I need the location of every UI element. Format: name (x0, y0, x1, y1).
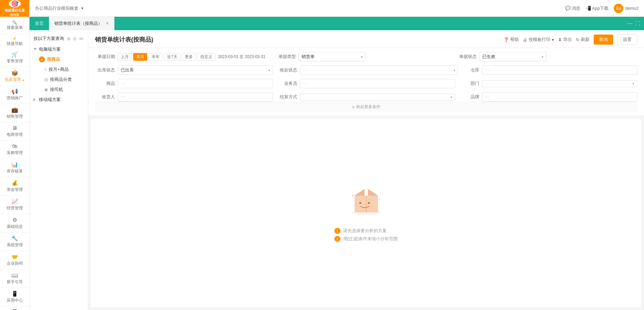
doc-status-select[interactable]: 已生效 ▾ (479, 52, 546, 61)
avatar-text: Ea (616, 6, 621, 11)
consignee-input[interactable]: ··· (118, 92, 273, 102)
refresh-icon: ↻ (576, 37, 580, 42)
sidebar-item-collab[interactable]: 🤝 企业协同 (0, 251, 29, 269)
tab-stats[interactable]: 销货单统计表（按商品） ✕ (49, 17, 114, 30)
tree-item-by-month-goods[interactable]: ≡ 按月+商品 (30, 64, 88, 74)
edit-scheme-icon[interactable]: ⊘ (73, 36, 77, 41)
tab-home-label: 首页 (35, 20, 44, 27)
management-icon: 📈 (1, 198, 28, 205)
sidebar-item-appstore[interactable]: 📱 应用中心 (0, 288, 29, 306)
message-btn[interactable]: 💬 消息 (565, 5, 581, 11)
sidebar-item-guide[interactable]: 📖 新手引导 (0, 269, 29, 288)
refresh-btn[interactable]: ↻ 刷新 (576, 37, 590, 43)
filter-row-2: 出库状态 已出库 ▾ 收款状态 ··· ▾ 仓库 (95, 65, 637, 75)
tree-label: 按商品分类 (50, 76, 72, 83)
date-btn-custom[interactable]: 自定义 (197, 53, 215, 61)
doc-type-chevron: ▾ (361, 55, 363, 59)
sidebar-item-wholesale[interactable]: 📦 批发管理 ▲ (0, 67, 29, 86)
logo-text: 畅捷通好生意 (5, 8, 25, 13)
salesperson-input[interactable]: ··· (300, 79, 455, 88)
sidebar-item-marketing[interactable]: 📢 营销推广 (0, 86, 29, 104)
tree-label: 按月+商品 (49, 66, 69, 72)
goods-input[interactable]: ··· (118, 79, 273, 88)
collapse-bar[interactable]: ∧ 收起更多条件 (95, 102, 637, 112)
date-btn-thisyear[interactable]: 本年 (149, 53, 163, 61)
quick-nav[interactable]: ⚡ 快捷导航 (0, 34, 29, 49)
help-btn[interactable]: ❓ 帮助 (503, 37, 519, 43)
query-btn[interactable]: 查询 (594, 35, 613, 45)
sidebar-item-finance[interactable]: 💰 资金管理 (0, 177, 29, 196)
add-scheme-icon[interactable]: ⊕ (67, 36, 71, 41)
date-btn-lastmonth[interactable]: 上月 (118, 53, 132, 61)
tip-num-2: 2 (334, 236, 340, 242)
tree-item-pc[interactable]: 电脑端方案 (30, 44, 88, 54)
active-dot: ● (39, 56, 45, 62)
out-status-label: 出库状态 (95, 67, 115, 73)
dropdown-icon[interactable]: ▾ (81, 6, 84, 11)
consignee-label: 收货人 (95, 94, 115, 100)
app-download-btn[interactable]: 📲 App下载 (586, 5, 608, 11)
sidebar-item-wechat[interactable]: 💬 企业微信 (0, 306, 29, 310)
empty-illustration: ✦ ✦ (346, 182, 386, 222)
date-btn-thismonth[interactable]: 本月 (133, 53, 147, 61)
svg-text:✦: ✦ (378, 198, 381, 201)
tab-close-icon[interactable]: ✕ (106, 21, 109, 26)
date-btn-more[interactable]: 更多 (182, 53, 196, 61)
tab-home[interactable]: 首页 (30, 17, 49, 30)
warehouse-input[interactable]: ··· (482, 65, 637, 75)
tree-item-by-driver[interactable]: ▣ 按司机 (30, 85, 88, 95)
logo-icon: 🎯 (9, 0, 21, 7)
empty-state: ✦ ✦ 1 请先选择要分析的方案 2 用[过滤]条件来缩小分析范围 (91, 119, 641, 307)
sidebar-item-label: 系统管理 (7, 243, 23, 247)
message-icon: 💬 (565, 6, 571, 11)
receipt-status-input[interactable]: ··· (300, 65, 458, 75)
quick-nav-label: 快捷导航 (1, 41, 28, 47)
marketing-icon: 📢 (1, 88, 28, 95)
sidebar-item-system[interactable]: 🔧 系统管理 (0, 232, 29, 251)
sidebar-item-retail[interactable]: 🛒 零售管理 (0, 49, 29, 67)
sidebar-item-purchase[interactable]: 🛍 采购管理 (0, 141, 29, 159)
sidebar-item-inventory[interactable]: 📊 库存核算 (0, 159, 29, 177)
print-dropdown-icon: ▾ (552, 37, 554, 42)
payment-select[interactable]: ▾ (300, 94, 455, 101)
collab-icon: 🤝 (1, 254, 28, 260)
tip-item-2: 2 用[过滤]条件来缩小分析范围 (334, 236, 398, 242)
top-header: 办公用品行业模拟账套 ▾ 💬 消息 📲 App下载 Ea demo2 (30, 0, 644, 17)
doc-type-select[interactable]: 销货单 ▾ (299, 52, 366, 61)
finance-icon: 💰 (1, 180, 28, 186)
doc-status-label: 单据状态 (457, 54, 477, 60)
user-info[interactable]: Ea demo2 (614, 4, 639, 13)
consignee-dots: ··· (121, 94, 125, 100)
dept-select[interactable]: ▾ (482, 80, 637, 87)
filter-row-1: 单据日期 上月 本月 本年 近7天 更多 自定义 2023-03-01 至 20… (95, 52, 637, 61)
warehouse-dots: ··· (485, 67, 489, 73)
minimize-icon[interactable]: — (627, 20, 633, 27)
doc-type-value: 销货单 (302, 54, 315, 60)
brand-input[interactable]: ··· (482, 92, 637, 102)
consignee-filter: 收货人 ··· (95, 92, 273, 102)
settings-btn[interactable]: 设置 (617, 34, 637, 45)
tree-item-by-goods[interactable]: ● 按商品 (30, 54, 88, 64)
tree-item-mobile[interactable]: 移动端方案 (30, 95, 88, 105)
sidebar-item-basic[interactable]: ⚙ 基础信息 (0, 214, 29, 232)
maximize-icon[interactable]: ⛶ (635, 21, 640, 26)
out-status-value: 已出库 (121, 67, 134, 73)
collapse-panel-icon[interactable]: ≪ (79, 36, 84, 41)
brand-dots: ··· (485, 94, 489, 100)
tree-item-by-category[interactable]: ▤ 按商品分类 (30, 74, 88, 85)
sidebar-item-management[interactable]: 📈 经营管理 (0, 196, 29, 214)
receipt-status-label: 收款状态 (277, 67, 297, 73)
driver-icon: ▣ (44, 87, 48, 92)
print-btn[interactable]: 🖨 按模板打印 ▾ (523, 37, 554, 43)
content-area: 按以下方案查询 ⊕ ⊘ ≪ 电脑端方案 ● 按商品 ≡ 按月+商品 (30, 30, 644, 310)
sidebar-item-ecommerce[interactable]: 🖥 电商管理 (0, 122, 29, 141)
right-panel: 销货单统计表(按商品) ❓ 帮助 🖨 按模板打印 ▾ ⬇ 导出 (88, 30, 644, 310)
tree-label: 移动端方案 (39, 97, 61, 103)
out-status-select[interactable]: 已出库 ▾ (118, 65, 273, 75)
sidebar-item-sales[interactable]: 💼 销售管理 (0, 104, 29, 122)
export-btn[interactable]: ⬇ 导出 (558, 37, 572, 43)
date-btn-7days[interactable]: 近7天 (164, 53, 180, 61)
empty-tips: 1 请先选择要分析的方案 2 用[过滤]条件来缩小分析范围 (334, 228, 398, 244)
search-menu[interactable]: 🔍 搜索菜单 (0, 17, 29, 34)
date-buttons: 上月 本月 本年 近7天 更多 自定义 (118, 53, 215, 61)
